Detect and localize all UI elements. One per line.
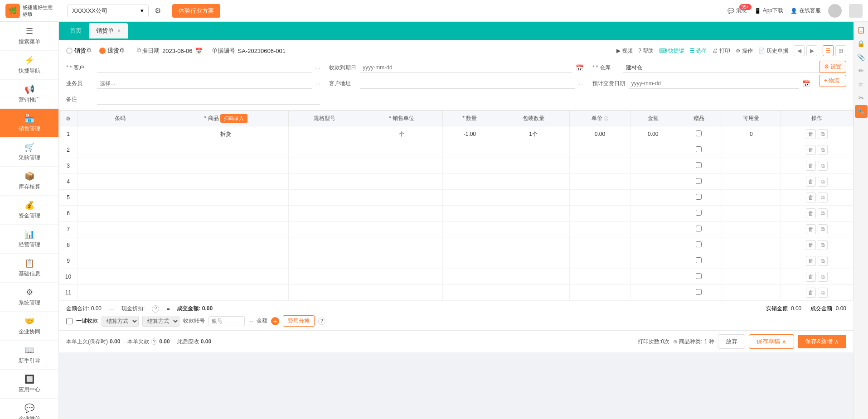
sidebar-item-app-center[interactable]: 🔲 应用中心 (0, 370, 58, 399)
rp-icon-tool[interactable]: 🔧 (855, 105, 868, 118)
shortcut-btn[interactable]: ⌨ 快捷键 (659, 47, 684, 55)
row-qty[interactable]: -1.00 (442, 126, 497, 142)
gift-checkbox[interactable] (696, 257, 702, 263)
remarks-input[interactable] (97, 94, 320, 105)
rp-icon-attach[interactable]: 📎 (855, 51, 868, 63)
gift-checkbox[interactable] (696, 241, 702, 247)
gift-checkbox[interactable] (696, 130, 702, 136)
account-more-icon[interactable]: ··· (248, 318, 253, 324)
help-question-icon[interactable]: ? (152, 305, 159, 313)
barcode-input[interactable] (107, 131, 134, 137)
sidebar-item-system[interactable]: ⚙ 系统管理 (0, 283, 58, 312)
gift-checkbox[interactable] (696, 226, 702, 231)
grid-view-btn[interactable]: ⊞ (835, 45, 846, 56)
nav-next-icon[interactable]: ▶ (806, 45, 817, 56)
expense-split-btn[interactable]: 费用分摊 (283, 315, 315, 327)
account-input[interactable] (209, 316, 245, 326)
row-pack-qty[interactable]: 1个 (497, 126, 570, 142)
warehouse-input[interactable] (623, 63, 838, 73)
sidebar-item-operations[interactable]: 📊 经营管理 (0, 225, 58, 254)
sidebar-item-wechat[interactable]: 💬 企业微信 (0, 399, 58, 419)
gift-checkbox[interactable] (696, 194, 702, 200)
payment-due-input[interactable] (360, 63, 572, 73)
payment-calendar-icon[interactable]: 📅 (576, 64, 583, 72)
history-btn[interactable]: 📄 历史单据 (758, 47, 788, 55)
gift-checkbox[interactable] (696, 289, 702, 295)
sidebar-item-guide[interactable]: 📖 新手引导 (0, 341, 58, 370)
gift-checkbox[interactable] (696, 273, 702, 279)
row-gift[interactable] (676, 126, 722, 142)
discard-button[interactable]: 放弃 (718, 334, 745, 349)
row-copy-icon[interactable]: ⧉ (818, 129, 828, 139)
row-unit-price[interactable]: 0.00 (570, 126, 630, 142)
company-selector[interactable]: XXXXXX公司 ▾ (67, 5, 149, 17)
app-download-button[interactable]: 📱 App下载 (754, 7, 783, 14)
radio-sales[interactable]: 销货单 (66, 47, 92, 55)
row-amount[interactable]: 0.00 (630, 126, 676, 142)
print-btn[interactable]: 🖨 打印 (713, 47, 730, 55)
row-copy-icon[interactable]: ⧉ (818, 272, 828, 282)
row-delete-icon[interactable]: 🗑 (806, 208, 816, 218)
row-delete-icon[interactable]: 🗑 (806, 288, 816, 298)
sidebar-item-basics[interactable]: 📋 基础信息 (0, 254, 58, 283)
rp-icon-notes[interactable]: 📋 (855, 24, 868, 36)
rp-icon-edit[interactable]: ✏ (855, 64, 868, 77)
sidebar-item-finance[interactable]: 💰 资金管理 (0, 196, 58, 225)
calc-method-select[interactable]: 结算方式 (142, 316, 179, 327)
add-pay-row-btn[interactable]: + (271, 317, 279, 325)
rp-icon-scissors[interactable]: ✂ (855, 92, 868, 104)
row-delete-icon[interactable]: 🗑 (806, 193, 816, 202)
sidebar-item-search[interactable]: ☰ 搜索菜单 (0, 22, 58, 51)
select-btn[interactable]: ☰ 选单 (690, 47, 707, 55)
list-view-btn[interactable]: ☰ (823, 45, 834, 56)
video-btn[interactable]: ▶ 视频 (616, 47, 633, 55)
debit-help-icon[interactable]: ? (151, 338, 157, 345)
settings-icon[interactable]: ⚙ (151, 5, 164, 17)
row-copy-icon[interactable]: ⧉ (818, 161, 828, 171)
save-new-button[interactable]: 保存&新增 ∧ (798, 335, 846, 348)
row-unit[interactable]: 个 (361, 126, 442, 142)
row-barcode[interactable] (78, 126, 163, 142)
gift-checkbox[interactable] (696, 146, 702, 152)
row-spec[interactable] (288, 126, 361, 142)
sidebar-item-sales[interactable]: 🏪 销售管理 (0, 109, 58, 138)
gift-checkbox[interactable] (696, 210, 702, 216)
nav-prev-icon[interactable]: ◀ (794, 45, 805, 56)
delivery-date-input[interactable] (629, 78, 799, 89)
online-service-button[interactable]: 👤 在线客服 (790, 7, 821, 14)
row-delete-icon[interactable]: 🗑 (806, 177, 816, 187)
row-delete-icon[interactable]: 🗑 (806, 224, 816, 234)
calendar-icon[interactable]: 📅 (195, 48, 203, 54)
save-draft-button[interactable]: 保存草稿 ∧ (749, 334, 794, 349)
sidebar-item-purchase[interactable]: 🛒 采购管理 (0, 138, 58, 167)
row-delete-icon[interactable]: 🗑 (806, 272, 816, 282)
user-menu-icon[interactable] (849, 4, 863, 18)
one-click-pay-checkbox[interactable] (66, 318, 73, 324)
row-product[interactable]: 拆货 (163, 126, 288, 142)
row-copy-icon[interactable]: ⧉ (818, 208, 828, 218)
salesperson-input[interactable] (97, 78, 312, 89)
tab-home[interactable]: 首页 (63, 23, 89, 39)
tab-close-icon[interactable]: × (117, 28, 121, 34)
user-avatar[interactable] (828, 4, 842, 18)
row-copy-icon[interactable]: ⧉ (818, 240, 828, 250)
row-copy-icon[interactable]: ⧉ (818, 193, 828, 202)
salesperson-more-icon[interactable]: ··· (315, 81, 320, 87)
th-gear[interactable]: ⚙ (59, 111, 78, 126)
customer-input[interactable] (97, 63, 312, 73)
rp-icon-star[interactable]: ☆ (855, 78, 868, 91)
settings-button[interactable]: ⚙ 设置 (819, 61, 846, 73)
logistics-button[interactable]: + 物流 (819, 75, 846, 87)
row-delete-icon[interactable]: 🗑 (806, 129, 816, 139)
row-copy-icon[interactable]: ⧉ (818, 224, 828, 234)
rp-icon-lock[interactable]: 🔒 (855, 37, 868, 50)
trial-button[interactable]: 体验行业方案 (172, 4, 220, 18)
expense-help-icon[interactable]: ? (318, 318, 325, 325)
row-delete-icon[interactable]: 🗑 (806, 145, 816, 155)
row-delete-icon[interactable]: 🗑 (806, 240, 816, 250)
sidebar-item-inventory[interactable]: 📦 库存核算 (0, 167, 58, 196)
sidebar-item-quick-nav[interactable]: ⚡ 快捷导航 (0, 51, 58, 80)
sidebar-item-marketing[interactable]: 📢 营销推广 (0, 80, 58, 109)
row-delete-icon[interactable]: 🗑 (806, 161, 816, 171)
customer-more-icon[interactable]: ··· (315, 65, 320, 71)
